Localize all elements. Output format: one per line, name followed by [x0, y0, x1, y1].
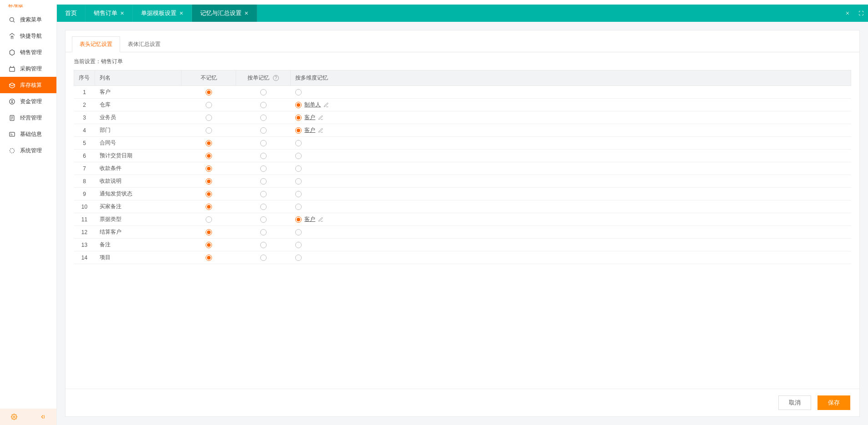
dimension-link[interactable]: 客户 — [304, 216, 315, 222]
radio-by-order[interactable] — [260, 255, 267, 261]
radio-multi-dimension[interactable] — [295, 216, 302, 223]
radio-no-memory[interactable] — [206, 191, 212, 197]
radio-no-memory[interactable] — [206, 127, 212, 134]
inner-tab-1[interactable]: 表体汇总设置 — [120, 36, 168, 52]
search-icon — [8, 16, 15, 23]
tab-3[interactable]: 记忆与汇总设置✕ — [192, 5, 257, 22]
radio-no-memory[interactable] — [206, 178, 212, 185]
sidebar-item-0[interactable]: 搜索菜单 — [0, 11, 56, 28]
radio-multi-dimension[interactable] — [295, 127, 302, 134]
cell-index: 2 — [74, 99, 95, 111]
cell-multi-dimension — [291, 162, 851, 175]
radio-multi-dimension[interactable] — [295, 153, 302, 159]
sidebar-item-2[interactable]: 销售管理 — [0, 44, 56, 60]
svg-marker-2 — [10, 50, 14, 55]
radio-multi-dimension[interactable] — [295, 102, 302, 108]
radio-no-memory[interactable] — [206, 102, 212, 108]
tab-2[interactable]: 单据模板设置✕ — [133, 5, 192, 22]
dimension-link[interactable]: 客户 — [304, 114, 315, 120]
radio-by-order[interactable] — [260, 102, 267, 108]
radio-no-memory[interactable] — [206, 242, 212, 248]
radio-by-order[interactable] — [260, 204, 267, 210]
sidebar-item-5[interactable]: 资金管理 — [0, 93, 56, 110]
close-icon[interactable]: ✕ — [179, 10, 183, 16]
radio-by-order[interactable] — [260, 127, 267, 134]
current-setting-label: 当前设置： — [74, 58, 101, 65]
cell-multi-dimension — [291, 239, 851, 251]
radio-by-order[interactable] — [260, 115, 267, 121]
radio-no-memory[interactable] — [206, 216, 212, 223]
cell-no-memory — [182, 86, 236, 99]
radio-multi-dimension[interactable] — [295, 165, 302, 172]
radio-by-order[interactable] — [260, 165, 267, 172]
radio-multi-dimension[interactable] — [295, 255, 302, 261]
settings-gear-icon[interactable] — [0, 414, 28, 420]
close-all-tabs-icon[interactable] — [841, 5, 854, 22]
cell-index: 11 — [74, 213, 95, 226]
radio-multi-dimension[interactable] — [295, 140, 302, 146]
sidebar-item-4[interactable]: 库存核算 — [0, 77, 56, 93]
dimension-link[interactable]: 制单人 — [304, 101, 321, 108]
radio-no-memory[interactable] — [206, 115, 212, 121]
radio-no-memory[interactable] — [206, 165, 212, 172]
radio-by-order[interactable] — [260, 216, 267, 223]
cancel-button[interactable]: 取消 — [778, 395, 811, 410]
svg-rect-9 — [9, 132, 14, 136]
cell-multi-dimension — [291, 226, 851, 239]
cell-no-memory — [182, 162, 236, 175]
close-icon[interactable]: ✕ — [120, 10, 124, 16]
sidebar-item-label: 快捷导航 — [20, 32, 42, 40]
sidebar-item-3[interactable]: 采购管理 — [0, 60, 56, 77]
radio-no-memory[interactable] — [206, 153, 212, 159]
edit-icon[interactable] — [318, 217, 323, 222]
tab-0[interactable]: 首页 — [57, 5, 86, 22]
save-button[interactable]: 保存 — [818, 395, 850, 410]
cell-no-memory — [182, 188, 236, 200]
cell-no-memory — [182, 175, 236, 188]
svg-point-0 — [10, 17, 14, 21]
edit-icon[interactable] — [318, 128, 323, 133]
radio-no-memory[interactable] — [206, 255, 212, 261]
edit-icon[interactable] — [318, 115, 323, 120]
cell-column-name: 预计交货日期 — [95, 150, 182, 162]
radio-no-memory[interactable] — [206, 140, 212, 146]
edit-icon[interactable] — [323, 102, 329, 108]
radio-multi-dimension[interactable] — [295, 242, 302, 248]
radio-by-order[interactable] — [260, 242, 267, 248]
table-row: 11票据类型 客户 — [74, 213, 851, 226]
sidebar-item-8[interactable]: 系统管理 — [0, 142, 56, 159]
cell-by-order — [236, 226, 291, 239]
collapse-sidebar-icon[interactable] — [28, 414, 56, 420]
cell-index: 4 — [74, 124, 95, 137]
table-row: 8收款说明 — [74, 175, 851, 188]
radio-multi-dimension[interactable] — [295, 89, 302, 95]
radio-multi-dimension[interactable] — [295, 229, 302, 235]
radio-by-order[interactable] — [260, 191, 267, 197]
dimension-link[interactable]: 客户 — [304, 127, 315, 133]
table-row: 3业务员 客户 — [74, 111, 851, 124]
radio-no-memory[interactable] — [206, 89, 212, 95]
close-icon[interactable]: ✕ — [244, 10, 248, 16]
radio-no-memory[interactable] — [206, 229, 212, 235]
radio-multi-dimension[interactable] — [295, 178, 302, 185]
sidebar-item-7[interactable]: 基础信息 — [0, 126, 56, 142]
cell-index: 10 — [74, 200, 95, 213]
cell-index: 5 — [74, 137, 95, 150]
tab-1[interactable]: 销售订单✕ — [86, 5, 133, 22]
radio-by-order[interactable] — [260, 178, 267, 185]
radio-by-order[interactable] — [260, 89, 267, 95]
radio-by-order[interactable] — [260, 153, 267, 159]
table-row: 2仓库 制单人 — [74, 99, 851, 111]
radio-multi-dimension[interactable] — [295, 115, 302, 121]
tab-label: 单据模板设置 — [141, 9, 177, 17]
radio-multi-dimension[interactable] — [295, 204, 302, 210]
radio-by-order[interactable] — [260, 140, 267, 146]
radio-no-memory[interactable] — [206, 204, 212, 210]
sidebar-item-6[interactable]: 经营管理 — [0, 110, 56, 126]
radio-by-order[interactable] — [260, 229, 267, 235]
fullscreen-icon[interactable] — [854, 5, 868, 22]
inner-tab-0[interactable]: 表头记忆设置 — [72, 36, 120, 52]
sidebar-item-1[interactable]: 快捷导航 — [0, 28, 56, 44]
radio-multi-dimension[interactable] — [295, 191, 302, 197]
help-icon[interactable]: ? — [273, 75, 279, 81]
